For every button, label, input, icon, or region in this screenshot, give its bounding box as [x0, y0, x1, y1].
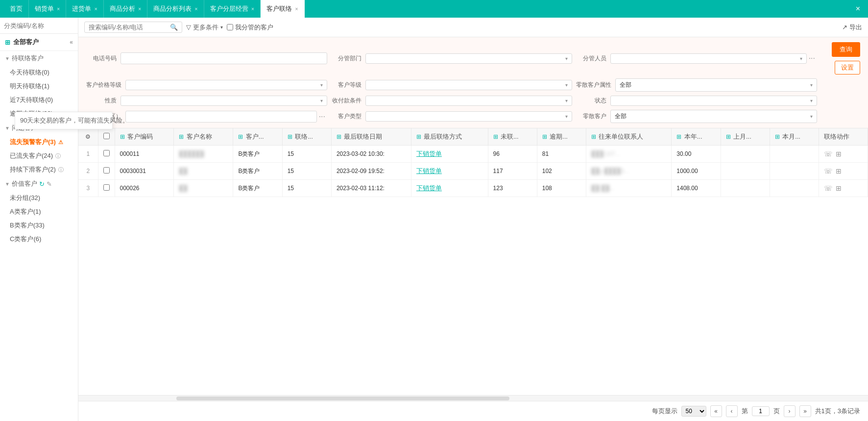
sidebar-search-input[interactable]	[4, 22, 78, 29]
sidebar-item-ungroup[interactable]: 未分组(32)	[0, 191, 78, 205]
sidebar-item-b-class[interactable]: B类客户(33)	[0, 219, 78, 232]
pagination: 每页显示 50 100 200 « ‹ 第 页 › » 共1页，3条记录	[78, 401, 868, 421]
col-pin-icon-6[interactable]: ⊞	[416, 133, 421, 140]
select-all-checkbox[interactable]	[103, 133, 110, 139]
query-button[interactable]: 查询	[832, 42, 860, 57]
filter-person-dots[interactable]: ···	[807, 54, 817, 63]
col-pin-icon-9[interactable]: ⊞	[591, 133, 596, 140]
close-tab-purchase[interactable]: ×	[94, 6, 97, 12]
row-last-way-link-3[interactable]: 下销货单	[416, 184, 442, 192]
filter-payment-select[interactable]: ▾	[365, 96, 572, 106]
row-last-way-link-2[interactable]: 下销货单	[416, 167, 442, 174]
filter-price-grade-select[interactable]: ▾	[125, 80, 327, 90]
filter-payment: 收付款条件 ▾	[331, 96, 572, 106]
row-last-way-link-1[interactable]: 下销货单	[416, 150, 442, 157]
more-action-icon-2[interactable]: ⊞	[836, 167, 842, 175]
close-tab-sales[interactable]: ×	[57, 6, 60, 12]
sidebar-item-today-pending[interactable]: 今天待联络(0)	[0, 66, 78, 79]
edit-icon[interactable]: ✎	[47, 180, 52, 188]
col-pin-icon-7[interactable]: ⊞	[493, 133, 498, 140]
sidebar-group-pending-title[interactable]: ▼ 待联络客户	[0, 51, 78, 66]
page-input[interactable]	[752, 406, 770, 416]
filter-phone-input[interactable]	[121, 52, 327, 64]
sidebar-item-churn-warning[interactable]: 流失预警客户(3) ⚠	[0, 135, 78, 149]
row-unit-contact-2: ██y ████3...	[586, 163, 671, 180]
col-pin-icon-2[interactable]: ⊞	[179, 133, 184, 140]
sidebar-group-value-title[interactable]: ▼ 价值客户 ↻ ✎	[0, 176, 78, 191]
next-page-button[interactable]: ›	[784, 405, 796, 417]
row-checkbox-1[interactable]	[103, 150, 110, 156]
row-unit-contact-3: ██ ██...	[586, 180, 671, 197]
col-pin-icon-5[interactable]: ⊞	[337, 133, 341, 140]
filter-region-dots[interactable]: ···	[317, 112, 327, 121]
sidebar-item-declining[interactable]: 持续下滑客户(2) ⓘ	[0, 163, 78, 176]
first-page-button[interactable]: «	[710, 405, 722, 417]
col-pin-icon[interactable]: ⊞	[120, 133, 125, 140]
filter-person-select[interactable]: ▾	[610, 53, 807, 64]
last-page-button[interactable]: »	[799, 405, 811, 417]
close-tab-customer-layer[interactable]: ×	[251, 6, 254, 12]
sidebar-item-a-class[interactable]: A类客户(1)	[0, 205, 78, 219]
payment-caret: ▾	[565, 98, 568, 103]
tab-home[interactable]: 首页	[4, 0, 29, 18]
row-checkbox-2[interactable]	[103, 167, 110, 173]
filter-dept-select[interactable]: ▾	[365, 53, 572, 64]
scrollbar-thumb[interactable]	[176, 396, 509, 400]
my-customers-check[interactable]	[227, 24, 233, 30]
collapse-sidebar-button[interactable]: «	[70, 39, 73, 46]
sidebar-item-7days-pending[interactable]: 近7天待联络(0)	[0, 93, 78, 107]
prev-page-button[interactable]: ‹	[726, 405, 738, 417]
row-checkbox-3[interactable]	[103, 184, 110, 191]
filter-cust-grade-select[interactable]: ▾	[365, 80, 572, 90]
col-settings[interactable]: ⚙	[78, 128, 98, 146]
sidebar-item-churned[interactable]: 已流失客户(24) ⓘ	[0, 149, 78, 163]
toolbar-search-icon[interactable]: 🔍	[170, 24, 178, 31]
more-action-icon-1[interactable]: ⊞	[836, 150, 842, 158]
col-pin-icon-3[interactable]: ⊞	[238, 133, 243, 140]
row-uncontacted-3: 123	[488, 180, 537, 197]
col-pin-icon-12[interactable]: ⊞	[775, 133, 780, 140]
customer-table: ⚙ ⊞ 客户编码 ⊞ 客户名称 ⊞	[78, 128, 868, 197]
horizontal-scrollbar[interactable]	[78, 395, 868, 401]
close-tab-analysis-list[interactable]: ×	[194, 6, 197, 12]
close-tab-customer-contact[interactable]: ×	[295, 6, 298, 12]
sidebar-item-c-class[interactable]: C类客户(6)	[0, 232, 78, 246]
contact-action-icon-2[interactable]: ☏	[824, 167, 833, 175]
tab-analysis[interactable]: 商品分析 ×	[104, 0, 147, 18]
more-action-icon-3[interactable]: ⊞	[836, 184, 842, 192]
settings-button[interactable]: 设置	[835, 61, 860, 74]
tab-sales[interactable]: 销货单 ×	[29, 0, 66, 18]
row-last-date-1: 2023-03-02 10:30:	[331, 146, 411, 163]
filter-scatter-cust-select[interactable]: 全部 ▾	[610, 110, 817, 123]
more-conditions-btn[interactable]: ▽ 更多条件 ▾	[186, 23, 223, 32]
nav-close-all[interactable]: ×	[852, 4, 864, 13]
contact-action-icon-1[interactable]: ☏	[824, 150, 833, 158]
tab-customer-layer[interactable]: 客户分层经营 ×	[204, 0, 261, 18]
refresh-icon[interactable]: ↻	[39, 180, 45, 188]
col-pin-icon-11[interactable]: ⊞	[726, 133, 731, 140]
sidebar-root-label[interactable]: 全部客户	[13, 38, 39, 47]
row-action-2: ☏ ⊞	[819, 163, 868, 180]
filter-cust-grade: 客户等级 ▾	[331, 80, 572, 90]
filter-cust-type-select[interactable]: ▾	[365, 111, 572, 122]
sidebar-item-tomorrow-pending[interactable]: 明天待联络(1)	[0, 79, 78, 93]
tab-customer-contact[interactable]: 客户联络 ×	[261, 0, 304, 18]
row-last-month-1	[721, 146, 770, 163]
filter-status-select[interactable]: ▾	[610, 96, 817, 106]
contact-action-icon-3[interactable]: ☏	[824, 184, 833, 192]
toolbar-search-input[interactable]	[89, 24, 170, 31]
filter-scatter-attr-select[interactable]: 全部 ▾	[615, 78, 817, 92]
filter-scatter-cust-label: 零散客户	[576, 112, 610, 121]
tab-analysis-list[interactable]: 商品分析列表 ×	[147, 0, 204, 18]
col-pin-icon-10[interactable]: ⊞	[676, 133, 681, 140]
filter-region-input[interactable]	[125, 111, 317, 123]
col-pin-icon-8[interactable]: ⊞	[542, 133, 547, 140]
per-page-select[interactable]: 50 100 200	[681, 406, 706, 417]
filter-nature-select[interactable]: ▾	[121, 96, 327, 106]
row-last-month-3	[721, 180, 770, 197]
col-pin-icon-4[interactable]: ⊞	[288, 133, 292, 140]
tab-purchase[interactable]: 进货单 ×	[66, 0, 103, 18]
my-customers-checkbox[interactable]: 我分管的客户	[227, 23, 273, 32]
close-tab-analysis[interactable]: ×	[138, 6, 141, 12]
export-button[interactable]: ↗ 导出	[842, 23, 862, 32]
